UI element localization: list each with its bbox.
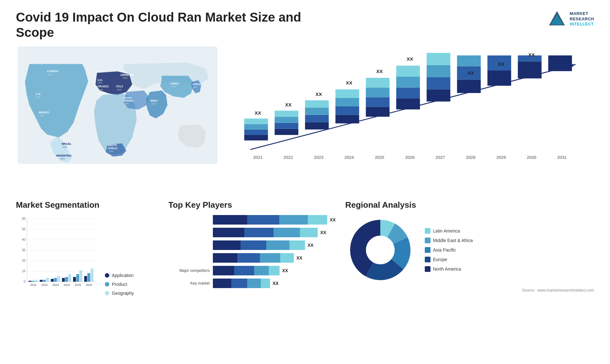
key-players-title: Top Key Players (168, 200, 336, 210)
svg-rect-125 (46, 278, 49, 282)
svg-rect-121 (35, 280, 38, 282)
svg-rect-136 (76, 274, 79, 282)
donut-chart (345, 215, 415, 285)
legend-label-apac: Asia Pacific (433, 247, 456, 253)
svg-rect-119 (29, 281, 31, 282)
page-title: Covid 19 Impact On Cloud Ran Market Size… (16, 10, 302, 40)
svg-rect-70 (396, 66, 420, 77)
svg-rect-82 (457, 53, 481, 66)
svg-text:U.S.: U.S. (36, 92, 41, 96)
legend-geography: Geography (105, 291, 134, 296)
player-row-2: XX (168, 228, 336, 237)
growth-chart-svg: XX 2021 XX 2022 XX 2023 (235, 53, 588, 173)
svg-text:XX: XX (407, 56, 413, 62)
svg-text:2023: 2023 (314, 155, 323, 160)
svg-rect-44 (274, 123, 298, 129)
logo-area: MARKET RESEARCH INTELLECT (547, 10, 594, 29)
svg-text:2021: 2021 (253, 155, 263, 160)
legend-label-product: Product (112, 282, 127, 287)
svg-rect-62 (366, 97, 390, 107)
legend-label-application: Application (112, 273, 134, 278)
svg-rect-57 (336, 98, 359, 106)
legend-dot-latin (425, 228, 430, 234)
player-label-6: Key market (168, 281, 210, 286)
svg-text:30: 30 (22, 248, 26, 252)
svg-text:XX: XX (346, 80, 353, 85)
legend-label-geography: Geography (112, 291, 134, 296)
svg-rect-137 (79, 270, 82, 282)
svg-text:xx%: xx% (123, 77, 127, 79)
svg-text:CANADA: CANADA (47, 70, 58, 73)
svg-text:2025: 2025 (75, 283, 81, 286)
legend-north-america: North America (425, 266, 473, 272)
player-value-4: XX (296, 255, 302, 260)
svg-rect-69 (396, 77, 420, 87)
key-players-section: Top Key Players XX (168, 200, 336, 291)
svg-text:2025: 2025 (375, 155, 384, 160)
svg-text:xx%: xx% (193, 86, 198, 89)
svg-text:2027: 2027 (436, 155, 445, 160)
player-row-4: XX (168, 253, 336, 263)
svg-rect-139 (84, 276, 87, 282)
svg-rect-129 (57, 276, 60, 282)
svg-text:xx%: xx% (171, 85, 176, 88)
svg-rect-43 (274, 129, 298, 135)
player-bar-wrapper-3: XX (213, 240, 336, 250)
legend-asia-pacific: Asia Pacific (425, 247, 473, 253)
player-bar-wrapper-6: XX (213, 279, 336, 288)
svg-text:XX: XX (467, 70, 474, 76)
svg-rect-124 (43, 280, 46, 282)
svg-rect-51 (305, 108, 329, 115)
svg-rect-56 (336, 106, 359, 115)
svg-text:xx%: xx% (36, 96, 40, 98)
svg-text:2023: 2023 (52, 283, 59, 286)
svg-rect-38 (244, 130, 268, 135)
legend-dot-application (105, 273, 109, 278)
svg-text:CHINA: CHINA (171, 82, 179, 85)
svg-text:0: 0 (24, 280, 25, 283)
svg-rect-52 (305, 100, 329, 108)
svg-text:xx%: xx% (98, 88, 103, 91)
svg-text:xx%: xx% (109, 150, 113, 153)
svg-text:JAPAN: JAPAN (192, 83, 201, 86)
svg-text:BRAZIL: BRAZIL (62, 142, 71, 145)
svg-text:INDIA: INDIA (151, 99, 158, 102)
world-map: CANADA xx% U.S. xx% MEXICO xx% BRAZIL xx… (16, 46, 219, 164)
svg-text:2028: 2028 (466, 155, 476, 160)
svg-rect-132 (65, 277, 68, 282)
svg-text:xx%: xx% (98, 81, 102, 84)
svg-rect-75 (427, 65, 451, 77)
svg-text:2022: 2022 (284, 155, 293, 160)
player-row-6: Key market XX (168, 279, 336, 288)
svg-rect-141 (91, 268, 93, 282)
svg-text:xx%: xx% (63, 145, 67, 148)
market-seg-title: Market Segmentation (16, 200, 159, 210)
svg-text:10: 10 (22, 269, 26, 273)
seg-bar-chart-svg: 0 10 20 30 40 50 60 (16, 215, 98, 294)
svg-rect-86 (487, 71, 511, 86)
svg-rect-127 (51, 279, 54, 282)
legend-label-latin: Latin America (433, 228, 460, 233)
svg-rect-49 (305, 122, 329, 130)
legend-latin-america: Latin America (425, 228, 473, 234)
regional-title: Regional Analysis (345, 200, 594, 210)
svg-text:60: 60 (22, 217, 26, 220)
svg-text:xx%: xx% (124, 102, 128, 105)
player-label-5: Major competitors (168, 268, 210, 273)
svg-rect-50 (305, 115, 329, 122)
seg-legend: Application Product Geography (105, 270, 134, 296)
svg-text:2024: 2024 (64, 283, 70, 286)
svg-point-148 (366, 236, 395, 264)
svg-text:ARGENTINA: ARGENTINA (56, 154, 71, 157)
growth-chart-section: XX 2021 XX 2022 XX 2023 (229, 46, 594, 191)
player-value-3: XX (308, 243, 314, 248)
player-row-5: Major competitors XX (168, 266, 336, 275)
svg-rect-46 (274, 111, 298, 117)
legend-middle-east: Middle East & Africa (425, 238, 473, 243)
legend-dot-apac (425, 247, 430, 253)
map-section: CANADA xx% U.S. xx% MEXICO xx% BRAZIL xx… (16, 46, 219, 191)
svg-rect-37 (244, 135, 268, 140)
legend-dot-na (425, 266, 430, 272)
player-bar-wrapper-4: XX (213, 253, 336, 263)
svg-text:2029: 2029 (496, 155, 506, 160)
